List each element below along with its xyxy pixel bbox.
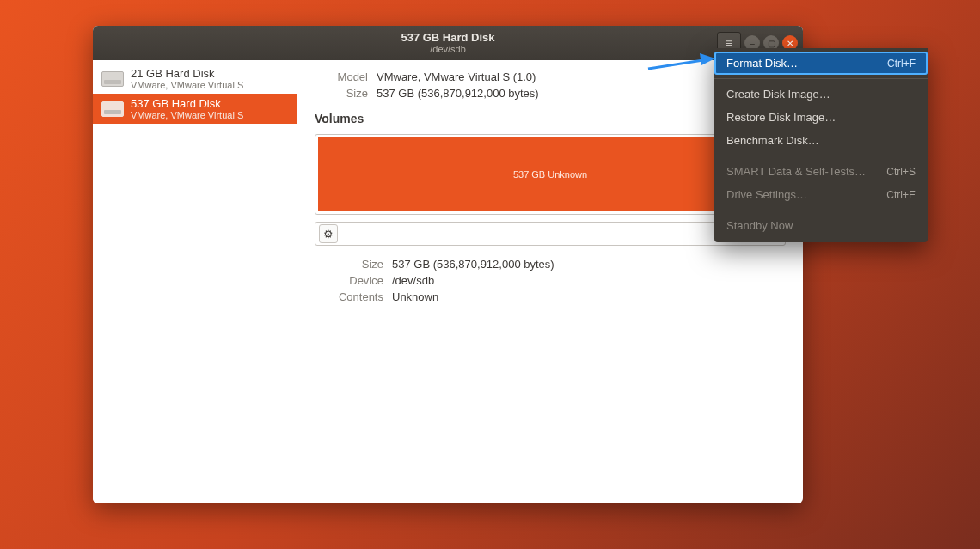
gear-icon: ⚙ [323, 228, 334, 241]
volume-block[interactable]: 537 GB Unknown [318, 137, 782, 211]
annotation-arrow [646, 53, 715, 74]
menu-separator [714, 210, 928, 210]
model-value: VMware, VMware Virtual S (1.0) [377, 70, 536, 83]
disk-menu: Format Disk… Ctrl+F Create Disk Image… R… [714, 48, 928, 242]
harddisk-icon [101, 101, 124, 117]
menu-restore-disk-image[interactable]: Restore Disk Image… [714, 106, 928, 129]
vol-device-value: /dev/sdb [392, 274, 434, 287]
size-label: Size [315, 87, 368, 100]
menu-label: Create Disk Image… [726, 88, 830, 101]
disk-sidebar: 21 GB Hard Disk VMware, VMware Virtual S… [93, 60, 297, 503]
menu-benchmark-disk[interactable]: Benchmark Disk… [714, 129, 928, 152]
menu-label: SMART Data & Self-Tests… [726, 165, 866, 178]
size-value: 537 GB (536,870,912,000 bytes) [377, 87, 539, 100]
menu-separator [714, 78, 928, 79]
vol-size-value: 537 GB (536,870,912,000 bytes) [392, 258, 554, 271]
menu-label: Benchmark Disk… [726, 134, 819, 147]
menu-drive-settings: Drive Settings… Ctrl+E [714, 183, 928, 206]
window-subtitle: /dev/sdb [430, 44, 466, 54]
window-content: 21 GB Hard Disk VMware, VMware Virtual S… [93, 60, 803, 503]
disk-subtitle: VMware, VMware Virtual S [131, 80, 243, 90]
vol-contents-value: Unknown [392, 290, 438, 303]
menu-create-disk-image[interactable]: Create Disk Image… [714, 82, 928, 106]
disks-window: 537 GB Hard Disk /dev/sdb ≡ – ▢ ✕ 21 GB … [93, 26, 803, 503]
volume-block-label: 537 GB Unknown [513, 169, 587, 180]
menu-label: Restore Disk Image… [726, 111, 836, 124]
vol-contents-label: Contents [315, 290, 383, 303]
menu-smart-data: SMART Data & Self-Tests… Ctrl+S [714, 160, 928, 183]
volume-options-button[interactable]: ⚙ [319, 224, 338, 243]
disk-title: 537 GB Hard Disk [131, 97, 243, 110]
titlebar-title-area: 537 GB Hard Disk /dev/sdb [93, 32, 803, 54]
model-label: Model [315, 70, 368, 83]
vol-device-row: Device /dev/sdb [315, 274, 786, 287]
vol-size-label: Size [315, 258, 383, 271]
harddisk-icon [101, 71, 124, 87]
menu-format-disk[interactable]: Format Disk… Ctrl+F [714, 52, 928, 75]
vol-size-row: Size 537 GB (536,870,912,000 bytes) [315, 258, 786, 271]
menu-separator [714, 156, 928, 156]
sidebar-item-disk-0[interactable]: 21 GB Hard Disk VMware, VMware Virtual S [93, 64, 297, 94]
menu-shortcut: Ctrl+E [886, 189, 916, 201]
menu-shortcut: Ctrl+F [887, 58, 916, 70]
sidebar-item-disk-1[interactable]: 537 GB Hard Disk VMware, VMware Virtual … [93, 94, 297, 124]
vol-contents-row: Contents Unknown [315, 290, 786, 303]
menu-standby-now: Standby Now [714, 214, 928, 237]
vol-device-label: Device [315, 274, 383, 287]
volume-details: Size 537 GB (536,870,912,000 bytes) Devi… [315, 258, 786, 303]
menu-label: Format Disk… [726, 57, 798, 70]
menu-shortcut: Ctrl+S [886, 166, 916, 178]
menu-label: Drive Settings… [726, 188, 807, 201]
disk-subtitle: VMware, VMware Virtual S [131, 110, 243, 120]
menu-label: Standby Now [726, 219, 793, 232]
window-title: 537 GB Hard Disk [401, 32, 494, 44]
svg-marker-1 [700, 53, 715, 65]
disk-title: 21 GB Hard Disk [131, 67, 243, 80]
svg-line-0 [648, 60, 703, 69]
